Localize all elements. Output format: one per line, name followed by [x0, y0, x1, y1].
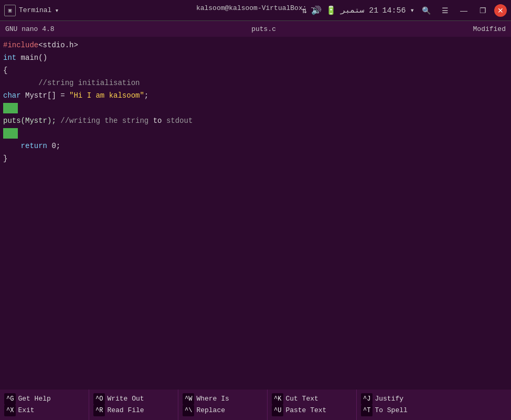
- nano-filename: puts.c: [251, 25, 276, 33]
- key-ctrl-g: ^G: [4, 393, 16, 405]
- nano-version: GNU nano 4.8: [5, 25, 55, 33]
- footer-col-4: ^K Cut Text ^U Paste Text: [268, 390, 357, 420]
- code-comment-2: //writing the string: [60, 115, 153, 127]
- key-ctrl-o: ^O: [93, 393, 105, 405]
- date-time: 14:56 21 ستمبر: [340, 5, 406, 15]
- code-char-keyword: char: [3, 90, 21, 101]
- nano-status: Modified: [473, 25, 506, 33]
- key-ctrl-backslash: ^\: [183, 405, 194, 416]
- footer-col-5: ^J Justify ^T To Spell: [357, 390, 446, 420]
- shortcut-where-is[interactable]: ^W Where Is: [183, 393, 263, 405]
- search-button[interactable]: 🔍: [419, 3, 433, 18]
- code-line-9: return 0;: [3, 140, 508, 152]
- titlebar-right: ⇅ 🔊 🔋 14:56 21 ستمبر ▾ 🔍 ☰ — ❐ ✕: [302, 3, 507, 18]
- menu-button[interactable]: ☰: [438, 3, 452, 18]
- code-int-keyword: int: [3, 52, 16, 64]
- dropdown-icon[interactable]: ▾: [55, 6, 59, 15]
- code-line-10: }: [3, 152, 508, 165]
- label-write-out: Write Out: [107, 393, 144, 405]
- code-line-4: //string initialisation: [3, 77, 508, 89]
- footer-col-2: ^O Write Out ^R Read File: [89, 390, 178, 420]
- window-title: kalsoom@kalsoom-VirtualBox: ~: [196, 4, 315, 12]
- minimize-button[interactable]: —: [456, 3, 471, 18]
- code-return-keyword: return: [21, 140, 47, 152]
- code-line-3: {: [3, 64, 508, 77]
- code-string-value: "Hi I am kalsoom": [69, 90, 144, 101]
- titlebar: ▣ Terminal ▾ kalsoom@kalsoom-VirtualBox:…: [0, 0, 511, 21]
- label-paste-text: Paste Text: [285, 405, 326, 416]
- line-marker-1: [3, 103, 18, 113]
- label-get-help: Get Help: [18, 393, 50, 405]
- code-comment-3: stdout: [162, 115, 193, 127]
- code-line-6: [3, 102, 508, 114]
- code-line-1: #include<stdio.h>: [3, 39, 508, 51]
- nano-header: GNU nano 4.8 puts.c Modified: [0, 21, 511, 37]
- code-line-2: int main(): [3, 51, 508, 64]
- label-replace: Replace: [196, 405, 225, 416]
- label-cut-text: Cut Text: [285, 393, 318, 405]
- terminal-icon: ▣: [4, 5, 16, 16]
- key-ctrl-k: ^K: [272, 393, 283, 405]
- line-marker-2: [3, 128, 18, 139]
- footer-col-1: ^G Get Help ^X Exit: [0, 390, 89, 420]
- code-editor[interactable]: #include<stdio.h> int main() { //string …: [0, 37, 511, 167]
- code-line-8: [3, 127, 508, 140]
- key-ctrl-r: ^R: [93, 405, 105, 416]
- label-justify: Justify: [375, 393, 403, 405]
- app-name: Terminal: [19, 6, 51, 14]
- code-include-keyword: #include: [3, 39, 38, 51]
- shortcut-to-spell[interactable]: ^T To Spell: [361, 405, 442, 416]
- shortcut-read-file[interactable]: ^R Read File: [93, 405, 174, 416]
- key-ctrl-x: ^X: [4, 405, 16, 416]
- shortcut-paste-text[interactable]: ^U Paste Text: [272, 405, 352, 416]
- close-button[interactable]: ✕: [494, 4, 507, 17]
- footer-col-3: ^W Where Is ^\ Replace: [178, 390, 268, 420]
- footer-shortcuts: ^G Get Help ^X Exit ^O Write Out ^R Read…: [0, 390, 511, 420]
- code-comment-1: //string initialisation: [38, 77, 140, 89]
- code-line-7: puts(Mystr); //writing the string to std…: [3, 114, 508, 127]
- shortcut-replace[interactable]: ^\ Replace: [183, 405, 263, 416]
- label-exit: Exit: [18, 405, 34, 416]
- code-to: to: [153, 115, 162, 127]
- shortcut-justify[interactable]: ^J Justify: [361, 393, 442, 405]
- battery-icon: 🔋: [326, 5, 336, 16]
- dropdown-arrow[interactable]: ▾: [410, 6, 414, 15]
- code-puts-call: puts(Mystr);: [3, 115, 56, 127]
- code-line-5: char Mystr[] = "Hi I am kalsoom";: [3, 89, 508, 102]
- label-where-is: Where Is: [196, 393, 229, 405]
- key-ctrl-t: ^T: [361, 405, 372, 416]
- shortcut-get-help[interactable]: ^G Get Help: [4, 393, 84, 405]
- label-to-spell: To Spell: [375, 405, 407, 416]
- restore-button[interactable]: ❐: [475, 3, 490, 18]
- key-ctrl-j: ^J: [361, 393, 372, 405]
- shortcut-exit[interactable]: ^X Exit: [4, 405, 84, 416]
- titlebar-left: ▣ Terminal ▾: [4, 5, 59, 16]
- key-ctrl-u: ^U: [272, 405, 283, 416]
- shortcut-write-out[interactable]: ^O Write Out: [93, 393, 174, 405]
- label-read-file: Read File: [107, 405, 144, 416]
- key-ctrl-w: ^W: [183, 393, 194, 405]
- shortcut-cut-text[interactable]: ^K Cut Text: [272, 393, 352, 405]
